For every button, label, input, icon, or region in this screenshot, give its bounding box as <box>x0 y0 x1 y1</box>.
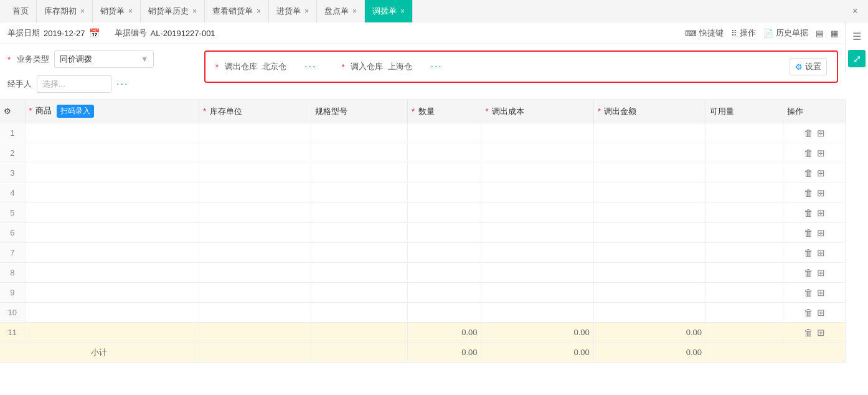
row-unit[interactable] <box>199 203 311 223</box>
row-product[interactable] <box>25 203 199 223</box>
tab-transfer-close[interactable]: × <box>400 7 405 16</box>
window-close-button[interactable]: × <box>847 6 863 17</box>
row-product[interactable] <box>25 163 199 183</box>
copy-icon[interactable]: ⊞ <box>817 267 825 278</box>
delete-icon[interactable]: 🗑 <box>804 287 813 298</box>
row-unit[interactable] <box>199 123 311 143</box>
row-unit[interactable] <box>199 163 311 183</box>
delete-icon[interactable]: 🗑 <box>804 188 813 198</box>
row-cost[interactable] <box>481 203 593 223</box>
row-spec[interactable] <box>311 163 408 183</box>
row-unit[interactable] <box>199 243 311 263</box>
layout-button-2[interactable]: ▦ <box>831 29 838 38</box>
row-amount[interactable] <box>593 203 705 223</box>
sidebar-list-icon[interactable]: ☰ <box>848 27 866 45</box>
row-spec[interactable] <box>311 183 408 203</box>
row-product[interactable] <box>25 243 199 263</box>
row-product[interactable] <box>25 283 199 303</box>
row-cost[interactable] <box>481 143 593 163</box>
delete-icon[interactable]: 🗑 <box>804 267 813 278</box>
row-amount[interactable] <box>593 243 705 263</box>
row-product[interactable] <box>25 263 199 283</box>
shortcut-button[interactable]: ⌨ 快捷键 <box>685 27 724 39</box>
row-qty[interactable] <box>408 183 481 203</box>
tab-purchase-order-close[interactable]: × <box>304 7 309 16</box>
row-qty[interactable] <box>408 263 481 283</box>
delete-icon[interactable]: 🗑 <box>804 227 813 238</box>
row-amount[interactable] <box>593 163 705 183</box>
row-spec[interactable] <box>311 283 408 303</box>
row-unit[interactable] <box>199 303 311 323</box>
copy-icon[interactable]: ⊞ <box>817 227 825 239</box>
row-qty[interactable] <box>408 203 481 223</box>
row-amount[interactable] <box>593 263 705 283</box>
delete-icon[interactable]: 🗑 <box>804 168 813 178</box>
copy-icon[interactable]: ⊞ <box>817 148 825 159</box>
row-product[interactable] <box>25 183 199 203</box>
delete-icon[interactable]: 🗑 <box>804 148 813 158</box>
tab-sales-order-close[interactable]: × <box>128 7 133 16</box>
row-product[interactable] <box>25 123 199 143</box>
row-product[interactable] <box>25 143 199 163</box>
tab-inventory-init-close[interactable]: × <box>80 7 85 16</box>
tab-transfer[interactable]: 调拨单 × <box>365 0 413 22</box>
row-cost[interactable] <box>481 183 593 203</box>
copy-icon[interactable]: ⊞ <box>817 207 825 219</box>
row-qty[interactable] <box>408 143 481 163</box>
row-unit[interactable] <box>199 183 311 203</box>
row-spec[interactable] <box>311 303 408 323</box>
tab-view-sales-close[interactable]: × <box>257 7 261 16</box>
row-qty[interactable] <box>408 123 481 143</box>
tab-sales-history[interactable]: 销货单历史 × <box>141 0 205 22</box>
row-qty[interactable] <box>408 303 481 323</box>
row-spec[interactable] <box>311 123 408 143</box>
scan-button[interactable]: 扫码录入 <box>57 105 94 118</box>
row-cost[interactable] <box>481 263 593 283</box>
row-product[interactable] <box>25 303 199 323</box>
delete-icon[interactable]: 🗑 <box>804 307 813 318</box>
copy-icon[interactable]: ⊞ <box>817 327 825 338</box>
history-button[interactable]: 📄 历史单据 <box>763 27 808 39</box>
row-amount[interactable] <box>593 303 705 323</box>
settings-button[interactable]: ⚙ 设置 <box>790 58 827 75</box>
tab-view-sales[interactable]: 查看销货单 × <box>205 0 269 22</box>
delete-icon[interactable]: 🗑 <box>804 247 813 258</box>
tab-inventory-count-close[interactable]: × <box>352 7 357 16</box>
copy-icon[interactable]: ⊞ <box>817 188 825 199</box>
row-amount[interactable] <box>593 143 705 163</box>
row-amount[interactable] <box>593 223 705 243</box>
row-cost[interactable] <box>481 223 593 243</box>
row-unit[interactable] <box>199 263 311 283</box>
row-spec[interactable] <box>311 263 408 283</box>
row-unit[interactable] <box>199 223 311 243</box>
row-cost[interactable] <box>481 283 593 303</box>
row-amount[interactable] <box>593 123 705 143</box>
row-cost[interactable] <box>481 303 593 323</box>
row-spec[interactable] <box>311 203 408 223</box>
row-amount[interactable] <box>593 283 705 303</box>
row-unit[interactable] <box>199 143 311 163</box>
row-amount[interactable] <box>593 183 705 203</box>
tab-inventory-count[interactable]: 盘点单 × <box>317 0 365 22</box>
row-spec[interactable] <box>311 243 408 263</box>
row-qty[interactable] <box>408 163 481 183</box>
calendar-icon[interactable]: 📅 <box>89 28 100 38</box>
row-spec[interactable] <box>311 223 408 243</box>
tab-sales-history-close[interactable]: × <box>192 7 197 16</box>
copy-icon[interactable]: ⊞ <box>817 168 825 179</box>
layout-button-1[interactable]: ▤ <box>816 29 823 38</box>
delete-icon[interactable]: 🗑 <box>804 128 813 138</box>
row-cost[interactable] <box>481 243 593 263</box>
biz-type-select[interactable]: 同价调拨 ▼ <box>54 50 154 68</box>
row-qty[interactable] <box>408 243 481 263</box>
row-qty[interactable] <box>408 223 481 243</box>
handler-input[interactable]: 选择... <box>37 75 111 93</box>
row-unit[interactable] <box>199 283 311 303</box>
delete-icon[interactable]: 🗑 <box>804 207 813 218</box>
in-warehouse-more-icon[interactable]: ··· <box>430 61 442 72</box>
copy-icon[interactable]: ⊞ <box>817 247 825 259</box>
delete-icon[interactable]: 🗑 <box>804 327 813 338</box>
row-cost[interactable] <box>481 163 593 183</box>
tab-inventory-init[interactable]: 库存期初 × <box>37 0 93 22</box>
row-cost[interactable] <box>481 123 593 143</box>
